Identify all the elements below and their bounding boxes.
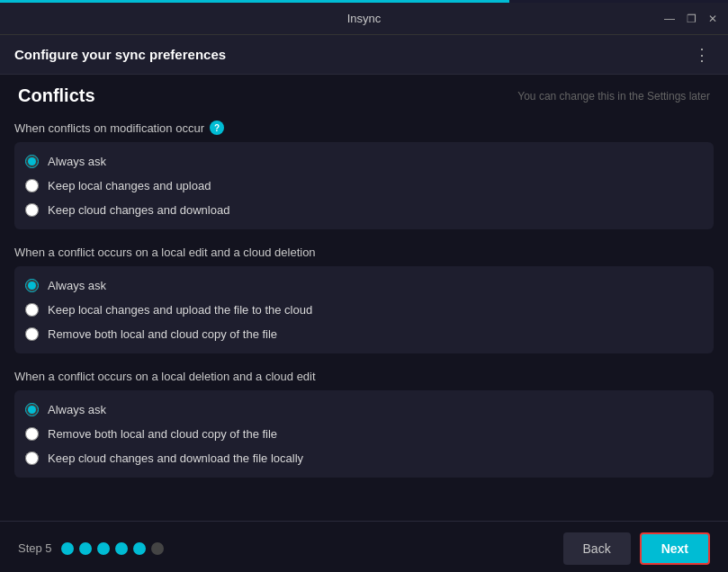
section1-always-label[interactable]: Always ask	[48, 155, 106, 168]
header: Configure your sync preferences ⋮	[0, 35, 728, 75]
section3-label: When a conflict occurs on a local deleti…	[14, 370, 714, 383]
help-icon-1[interactable]: ?	[210, 121, 224, 135]
minimize-button[interactable]: —	[661, 11, 678, 27]
section2-label: When a conflict occurs on a local edit a…	[14, 246, 714, 259]
list-item: Remove both local and cloud copy of the …	[25, 322, 703, 346]
step-dot-1	[61, 542, 74, 555]
next-button[interactable]: Next	[640, 532, 710, 565]
section2-radio-group: Always ask Keep local changes and upload…	[14, 266, 714, 353]
section1-cloud-label[interactable]: Keep cloud changes and download	[48, 203, 229, 217]
close-button[interactable]: ✕	[705, 11, 721, 27]
conflicts-header: Conflicts You can change this in the Set…	[0, 75, 728, 115]
step-dot-4	[115, 542, 128, 555]
section3-remove-radio[interactable]	[25, 427, 39, 441]
section3-always-radio[interactable]	[25, 403, 39, 416]
conflicts-title: Conflicts	[18, 85, 95, 106]
section1-radio-group: Always ask Keep local changes and upload…	[14, 142, 714, 229]
restore-button[interactable]: ❐	[683, 11, 699, 27]
section3-radio-group: Always ask Remove both local and cloud c…	[14, 390, 714, 478]
step-dot-5	[133, 542, 146, 555]
section3-cloud-radio[interactable]	[25, 451, 39, 465]
list-item: Always ask	[25, 398, 703, 422]
section1-local-radio[interactable]	[25, 179, 39, 192]
step-dot-2	[79, 542, 92, 555]
section1-local-label[interactable]: Keep local changes and upload	[48, 179, 211, 192]
list-item: Keep local changes and upload	[25, 174, 703, 198]
footer: Step 5 Back Next	[0, 521, 728, 572]
list-item: Keep cloud changes and download the file…	[25, 446, 703, 470]
section1-always-radio[interactable]	[25, 155, 39, 168]
title-bar: Insync — ❐ ✕	[0, 3, 728, 35]
section2-always-radio[interactable]	[25, 279, 39, 292]
section-modification: When conflicts on modification occur ? A…	[0, 115, 728, 240]
section3-cloud-label[interactable]: Keep cloud changes and download the file…	[48, 451, 303, 465]
section1-cloud-radio[interactable]	[25, 203, 39, 217]
list-item: Always ask	[25, 273, 703, 298]
main-content: Conflicts You can change this in the Set…	[0, 75, 728, 521]
conflicts-subtitle: You can change this in the Settings late…	[517, 90, 710, 103]
section2-remove-label[interactable]: Remove both local and cloud copy of the …	[48, 327, 277, 341]
section2-local-label[interactable]: Keep local changes and upload the file t…	[48, 303, 312, 317]
step-dots	[61, 542, 164, 555]
section1-label: When conflicts on modification occur ?	[14, 121, 714, 135]
section2-local-radio[interactable]	[25, 303, 39, 317]
section3-always-label[interactable]: Always ask	[48, 403, 106, 416]
section2-remove-radio[interactable]	[25, 327, 39, 341]
section-local-edit-cloud-deletion: When a conflict occurs on a local edit a…	[0, 240, 728, 364]
step-label: Step 5	[18, 541, 52, 555]
list-item: Remove both local and cloud copy of the …	[25, 422, 703, 446]
footer-buttons: Back Next	[563, 532, 710, 565]
list-item: Always ask	[25, 149, 703, 174]
list-item: Keep local changes and upload the file t…	[25, 298, 703, 322]
step-dot-6	[151, 542, 164, 555]
section-local-deletion-cloud-edit: When a conflict occurs on a local deleti…	[0, 364, 728, 488]
header-title: Configure your sync preferences	[14, 47, 226, 62]
section2-always-label[interactable]: Always ask	[48, 279, 106, 292]
step-info: Step 5	[18, 541, 164, 555]
back-button[interactable]: Back	[563, 532, 631, 565]
section3-remove-label[interactable]: Remove both local and cloud copy of the …	[48, 427, 277, 441]
step-dot-3	[97, 542, 110, 555]
list-item: Keep cloud changes and download	[25, 198, 703, 222]
title-bar-controls: — ❐ ✕	[661, 11, 721, 27]
title-bar-title: Insync	[347, 12, 382, 25]
header-menu-button[interactable]: ⋮	[690, 41, 714, 68]
